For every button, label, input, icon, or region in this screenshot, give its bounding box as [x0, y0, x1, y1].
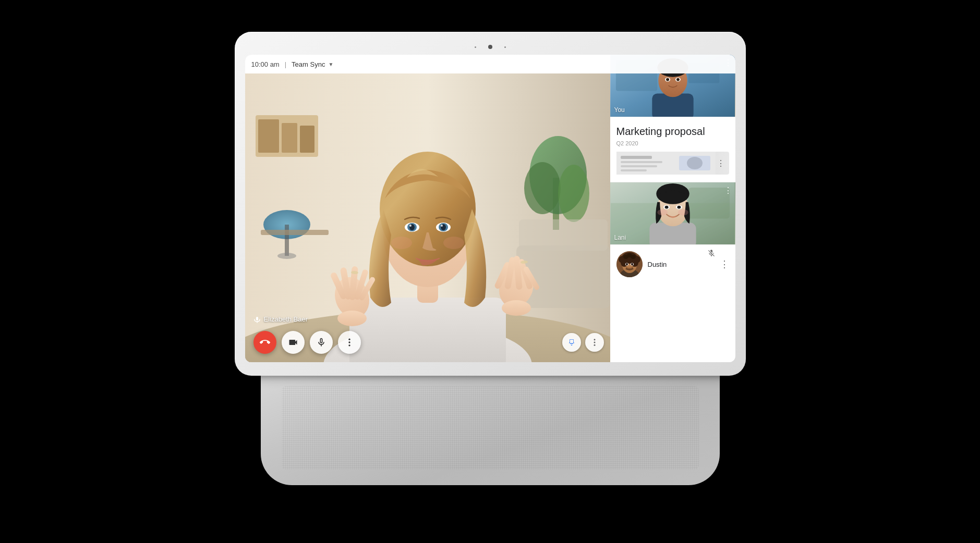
svg-rect-15	[519, 219, 608, 251]
call-controls	[253, 331, 361, 354]
you-name-overlay: You	[614, 106, 625, 114]
svg-point-99	[626, 263, 628, 265]
video-more-button[interactable]	[585, 333, 604, 352]
lani-video-feed	[610, 182, 735, 244]
dustin-muted-icon	[707, 249, 716, 259]
end-call-button[interactable]	[253, 331, 276, 354]
camera-lens	[488, 45, 492, 49]
proposal-subtitle: Q2 2020	[616, 140, 729, 146]
meeting-info: 10:00 am | Team Sync ▼	[251, 60, 334, 68]
dustin-name: Dustin	[648, 261, 720, 268]
proposal-preview-thumbnail[interactable]: ⋮	[616, 152, 729, 175]
svg-point-63	[666, 78, 669, 81]
svg-point-8	[277, 253, 296, 259]
dustin-participant-area: Dustin ⋮	[610, 245, 735, 283]
svg-rect-5	[300, 126, 314, 153]
marketing-proposal-card: Marketing proposal Q2 2020	[610, 117, 735, 182]
svg-point-101	[631, 263, 633, 265]
svg-point-83	[677, 206, 681, 209]
svg-point-54	[594, 344, 595, 346]
google-nest-hub: 10:00 am | Team Sync ▼	[203, 32, 777, 511]
svg-point-72	[687, 157, 703, 169]
svg-point-12	[524, 162, 561, 214]
participant-name-label: Elizabeth Baer	[253, 315, 308, 323]
lani-participant-tile: Lani ⋮	[610, 182, 735, 245]
proposal-menu-button[interactable]: ⋮	[717, 158, 725, 168]
screen-header: 10:00 am | Team Sync ▼	[245, 55, 735, 73]
svg-point-29	[391, 237, 412, 249]
svg-point-28	[441, 225, 443, 227]
speaker-base	[261, 371, 720, 485]
svg-rect-3	[258, 119, 279, 153]
dustin-avatar	[616, 251, 643, 277]
speaker-fabric-texture	[282, 386, 699, 470]
svg-rect-17	[349, 298, 506, 362]
svg-rect-47	[256, 317, 258, 320]
camera-bar	[244, 41, 736, 53]
right-sidebar: You ⋮ Marketing proposal Q2 2020	[610, 55, 735, 362]
meeting-time: 10:00 am	[251, 60, 280, 68]
svg-rect-9	[261, 230, 329, 235]
lani-menu-button[interactable]: ⋮	[724, 186, 732, 195]
proposal-slide-preview	[616, 152, 716, 175]
svg-point-85	[677, 209, 688, 216]
video-overlay-controls	[562, 333, 604, 352]
svg-rect-7	[285, 225, 289, 256]
svg-point-52	[594, 339, 595, 340]
more-options-button[interactable]	[338, 331, 361, 354]
svg-point-97	[627, 253, 632, 257]
svg-point-84	[657, 209, 668, 216]
svg-point-13	[558, 165, 589, 222]
camera-indicator-left	[475, 46, 476, 48]
camera-toggle-button[interactable]	[282, 331, 305, 354]
svg-rect-4	[282, 123, 297, 153]
pin-button[interactable]	[562, 333, 581, 352]
header-separator: |	[285, 60, 286, 68]
svg-point-30	[443, 237, 464, 249]
speaking-indicator-icon	[253, 316, 261, 323]
elizabeth-name: Elizabeth Baer	[264, 315, 308, 323]
svg-point-51	[348, 344, 350, 346]
proposal-title: Marketing proposal	[616, 125, 729, 138]
svg-point-65	[676, 78, 679, 81]
svg-rect-68	[621, 161, 662, 163]
screen: 10:00 am | Team Sync ▼	[245, 55, 735, 362]
svg-point-24	[409, 225, 412, 227]
microphone-button[interactable]	[310, 331, 333, 354]
device-body: 10:00 am | Team Sync ▼	[235, 32, 746, 376]
dustin-menu-button[interactable]: ⋮	[720, 258, 729, 270]
svg-rect-67	[621, 156, 652, 159]
svg-point-49	[348, 339, 350, 340]
camera-indicator-right	[504, 46, 506, 48]
svg-point-81	[664, 206, 668, 209]
svg-rect-70	[621, 169, 647, 171]
dustin-avatar-figure	[616, 251, 643, 277]
svg-point-38	[337, 311, 367, 326]
svg-rect-69	[621, 165, 657, 167]
svg-point-50	[348, 341, 350, 343]
meeting-dropdown-icon[interactable]: ▼	[328, 61, 333, 67]
svg-point-94	[631, 258, 638, 267]
meeting-name: Team Sync	[292, 60, 325, 68]
svg-point-53	[594, 342, 595, 343]
main-video-area: Elizabeth Baer	[245, 73, 610, 362]
lani-name-overlay: Lani	[614, 234, 626, 241]
svg-point-93	[621, 258, 628, 267]
svg-point-46	[502, 300, 531, 316]
